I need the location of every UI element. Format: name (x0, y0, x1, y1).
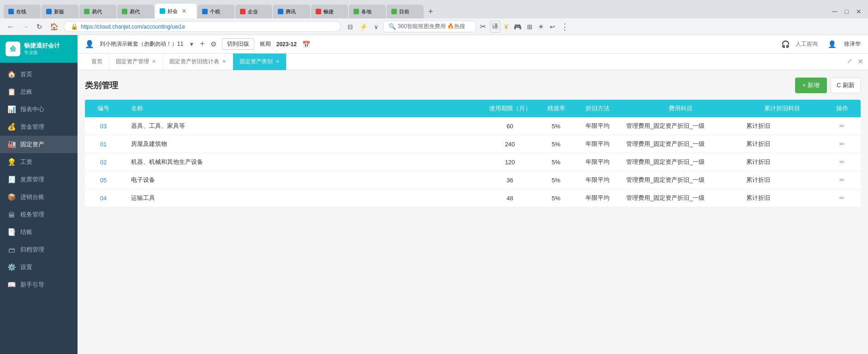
tab-asset-mgmt-close[interactable]: ✕ (152, 59, 156, 65)
tab-depreciation-close[interactable]: ✕ (222, 59, 226, 65)
row1-code[interactable]: 03 (85, 117, 122, 135)
sidebar-item-invoice[interactable]: 🧾 发票管理 (0, 171, 78, 188)
forward-button[interactable]: → (19, 21, 31, 32)
sidebar-label-archive: 归档管理 (20, 246, 44, 254)
tab-asset-category[interactable]: 固定资产类别 ✕ (233, 54, 287, 70)
row1-action[interactable]: ✏ (824, 117, 861, 135)
home-button[interactable]: 🏠 (48, 21, 61, 32)
tab-category-close[interactable]: ✕ (275, 59, 280, 65)
sidebar-label-tax: 税务管理 (20, 210, 44, 219)
sidebar-item-assets[interactable]: 🏭 固定资产 (0, 136, 78, 153)
lightning-icon[interactable]: ⚡ (357, 22, 370, 32)
sidebar-item-reports[interactable]: 📊 报表中心 (0, 101, 78, 118)
col-header-months: 使用期限（月） (482, 100, 538, 117)
tab-close-window-icon[interactable]: ✕ (857, 57, 863, 66)
sidebar-item-settings[interactable]: ⚙️ 设置 (0, 258, 78, 276)
refresh-button[interactable]: C 刷新 (831, 78, 861, 93)
grid-icon[interactable]: ⊞ (526, 22, 534, 32)
tab-home[interactable]: 首页 (85, 54, 109, 70)
row2-code[interactable]: 01 (85, 135, 122, 153)
add-button[interactable]: + 新增 (795, 78, 827, 93)
home-icon: 🏠 (7, 70, 16, 78)
tab-depreciation-table[interactable]: 固定资产折旧统计表 ✕ (163, 54, 233, 70)
browser-tab-muqian[interactable]: 目前 (387, 5, 424, 18)
row2-action[interactable]: ✏ (824, 135, 861, 153)
browser-tab-gesui[interactable]: 个税 (198, 5, 234, 18)
browser-tab-zaixin[interactable]: 在线 (4, 5, 41, 18)
new-tab-button[interactable]: + (425, 5, 437, 18)
tab-expand-icon[interactable]: ⤢ (847, 57, 852, 65)
row3-code[interactable]: 02 (85, 153, 122, 171)
sidebar-item-stock[interactable]: 📦 进销台账 (0, 188, 78, 206)
browser-tab-qiye[interactable]: 企业 (235, 5, 272, 18)
edit-icon[interactable]: ✏ (839, 140, 845, 148)
content-area: 👤 刘小艳演示账套（勿删勿动！）11 ▼ + ⚙ 切到旧版 账期 2023-12… (78, 35, 868, 354)
reload-button[interactable]: ↻ (34, 21, 45, 32)
settings-icon[interactable]: ⚙ (210, 40, 216, 48)
sidebar-item-general[interactable]: 📋 总账 (0, 83, 78, 101)
edit-icon[interactable]: ✏ (839, 158, 845, 166)
top-bar-user: 刘小艳演示账套（勿删勿动！）11 (100, 40, 183, 48)
edit-icon[interactable]: ✏ (839, 194, 845, 202)
sidebar-item-close[interactable]: 📑 结账 (0, 223, 78, 241)
row5-code[interactable]: 04 (85, 189, 122, 207)
sidebar-item-guide[interactable]: 📖 新手引导 (0, 276, 78, 294)
game-icon[interactable]: 🎮 (512, 22, 523, 32)
edit-icon[interactable]: ✏ (839, 122, 845, 130)
row4-code[interactable]: 05 (85, 171, 122, 189)
add-account-icon[interactable]: + (200, 39, 205, 49)
browser-tab-changjie[interactable]: 畅捷 (311, 5, 348, 18)
sidebar-label-funds: 资金管理 (20, 123, 44, 131)
back-button[interactable]: ← (5, 21, 17, 32)
tab-label: 畅捷 (323, 8, 334, 15)
close-period-icon: 📑 (7, 228, 16, 236)
translate-icon[interactable]: 译 (490, 21, 500, 33)
browser-tab-active[interactable]: 好会 ✕ (155, 4, 197, 18)
browser-tab-yidai1[interactable]: 易代 (79, 5, 116, 18)
logo-subtitle: 专业版 (24, 49, 60, 56)
tab-label: 新版 (54, 8, 64, 15)
row5-ratio: 5% (538, 189, 575, 207)
action-buttons: + 新增 C 刷新 (795, 78, 861, 93)
sidebar-item-funds[interactable]: 💰 资金管理 (0, 118, 78, 136)
row5-action[interactable]: ✏ (824, 189, 861, 207)
settings-icon[interactable]: ☀ (537, 22, 545, 32)
row5-accum: 累计折旧 (741, 189, 824, 207)
edit-icon[interactable]: ✏ (839, 176, 845, 184)
window-minimize-icon[interactable]: ─ (829, 6, 840, 17)
sidebar-label-home: 首页 (20, 70, 32, 78)
scissors-icon[interactable]: ✂ (479, 21, 487, 32)
sidebar-item-archive[interactable]: 🗃 归档管理 (0, 241, 78, 258)
browser-tab-tengxun[interactable]: 腾讯 (273, 5, 310, 18)
tab-close-icon[interactable]: ✕ (182, 8, 186, 14)
dropdown-icon[interactable]: ▼ (189, 41, 194, 48)
yuan-icon[interactable]: ¥ (503, 22, 509, 32)
calendar-icon[interactable]: 📅 (302, 41, 310, 48)
row4-action[interactable]: ✏ (824, 171, 861, 189)
browser-tab-xinban[interactable]: 新版 (42, 5, 78, 18)
category-table: 编号 名称 使用期限（月） 残值率 折旧方法 费用科目 累计折旧科目 操作 03… (85, 100, 861, 207)
sidebar-item-home[interactable]: 🏠 首页 (0, 66, 78, 83)
tab-asset-mgmt[interactable]: 固定资产管理 ✕ (109, 54, 163, 70)
browser-tab-gedi[interactable]: 各地 (349, 5, 386, 18)
row4-ratio: 5% (538, 171, 575, 189)
col-header-accum: 累计折旧科目 (741, 100, 824, 117)
row1-ratio: 5% (538, 117, 575, 135)
window-maximize-icon[interactable]: □ (842, 7, 851, 16)
sidebar-item-tax[interactable]: 🏛 税务管理 (0, 206, 78, 223)
browser-tab-yidai2[interactable]: 易代 (117, 5, 154, 18)
window-close-icon[interactable]: ✕ (853, 7, 864, 16)
more-icon[interactable]: ⋮ (559, 20, 570, 33)
row5-months: 48 (482, 189, 538, 207)
ai-consult-text[interactable]: 人工咨询 (796, 40, 818, 48)
cast-icon[interactable]: ⊟ (345, 22, 355, 32)
switch-version-button[interactable]: 切到旧版 (222, 38, 254, 50)
undo-icon[interactable]: ↩ (548, 22, 557, 32)
row3-expense: 管理费用_固定资产折旧_一级 (621, 153, 741, 171)
address-bar[interactable]: 🔒 https://cloud.chanjet.com/accounting/u… (64, 21, 341, 32)
settings-gear-icon: ⚙️ (7, 263, 16, 271)
row4-method: 年限平均 (575, 171, 621, 189)
chevron-down-icon[interactable]: ∨ (371, 22, 381, 32)
row3-action[interactable]: ✏ (824, 153, 861, 171)
sidebar-item-salary[interactable]: 👷 工资 (0, 153, 78, 171)
